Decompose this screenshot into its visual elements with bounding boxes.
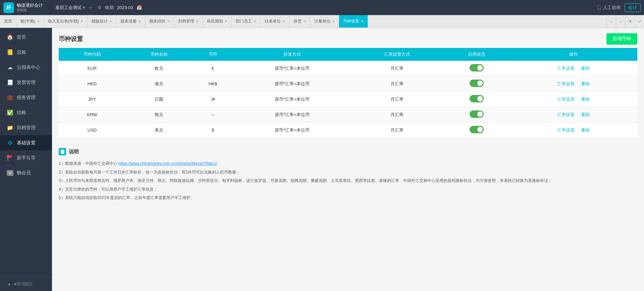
tab-moban[interactable]: 模版设计 ✕ [88, 15, 116, 28]
kuaiji-button[interactable]: 会计 [625, 3, 641, 12]
tab-expand-button[interactable]: ⤢ [635, 15, 644, 28]
cell-rate-type-4: 月汇率 [351, 123, 443, 138]
tab-jiliang-close[interactable]: ✕ [332, 19, 335, 23]
note-1-prefix: 1）数据来源：中国外汇交易中心 [59, 161, 118, 166]
tab-kemu[interactable]: 科目期初 ✕ [203, 15, 232, 28]
tab-cunhuo-close[interactable]: ✕ [303, 19, 306, 23]
chevron-down-icon[interactable]: ▾ [83, 5, 85, 10]
tab-wanglai-close[interactable]: ✕ [282, 19, 285, 23]
cell-code-0: EUR [59, 61, 125, 76]
col-header-method: 折算方式 [233, 48, 351, 61]
cell-toggle-3[interactable] [443, 107, 510, 123]
sidebar-item-general-ledger[interactable]: 📒 总账 [0, 45, 52, 60]
notes-link[interactable]: https://www.chinamoney.com.cn/chinese/bk… [118, 161, 217, 166]
delete-link-0[interactable]: 删除 [581, 66, 590, 71]
delete-link-1[interactable]: 删除 [581, 81, 590, 86]
sidebar-label-invoice: 发票管理 [17, 80, 36, 86]
sidebar-item-checkout[interactable]: ✅ 结账 [0, 105, 52, 120]
cell-code-4: USD [59, 123, 125, 138]
tab-zhangzhongqi-close[interactable]: ✕ [37, 19, 40, 23]
cell-symbol-3: -- [192, 107, 233, 123]
cell-toggle-4[interactable] [443, 123, 510, 138]
tab-shouru[interactable]: 收入支出表(年报) ✕ [44, 15, 88, 28]
notes-icon: 📄 [59, 148, 66, 155]
note-1: 1）数据来源：中国外汇交易中心 https://www.chinamoney.c… [59, 159, 637, 168]
rate-setting-link-1[interactable]: 汇率设置 [557, 81, 575, 86]
tab-bizhong[interactable]: 币种设置 ✕ [339, 15, 368, 28]
tab-close-all-button[interactable]: ✕ [625, 15, 635, 28]
sidebar-label-tax: 税务管理 [17, 95, 36, 101]
enabled-toggle-2[interactable] [470, 95, 484, 102]
tab-shuibiao[interactable]: 税表清册 ✕ [116, 15, 145, 28]
enabled-toggle-4[interactable] [470, 126, 484, 133]
tab-bizhong-close[interactable]: ✕ [361, 19, 364, 23]
tab-bumen-close[interactable]: ✕ [254, 19, 256, 23]
cell-rate-type-1: 月汇率 [351, 76, 443, 92]
tab-guidang-close[interactable]: ✕ [196, 19, 199, 23]
rate-setting-link-2[interactable]: 汇率设置 [557, 97, 575, 102]
rate-setting-link-3[interactable]: 汇率设置 [557, 112, 575, 117]
calendar-icon[interactable]: 📅 [137, 5, 142, 10]
tab-cunhuo[interactable]: 存货 ✕ [289, 15, 310, 28]
note-3: 3）人民币对马来西亚林吉特、俄罗斯卢布、南非兰特、韩元、阿联酋迪拉姆、沙特里亚尔… [59, 177, 637, 185]
tab-zhangzhongqi[interactable]: 账(中期) ✕ [16, 15, 44, 28]
enabled-toggle-0[interactable] [470, 64, 484, 71]
archive-icon: 📁 [7, 125, 13, 131]
tab-cunhuo-label: 存货 [293, 18, 302, 24]
cell-toggle-0[interactable] [443, 61, 510, 76]
rate-setting-link-4[interactable]: 汇率设置 [557, 128, 575, 133]
new-currency-button[interactable]: 新增币种 [606, 33, 637, 45]
cell-name-4: 美元 [125, 123, 192, 138]
tab-guidang-label: 归档管理 [178, 18, 194, 24]
tab-moban-close[interactable]: ✕ [109, 19, 112, 23]
enabled-toggle-3[interactable] [470, 110, 484, 118]
tab-shouru-close[interactable]: ✕ [80, 19, 83, 23]
tab-shuibiao-close[interactable]: ✕ [138, 19, 141, 23]
cell-code-2: JPY [59, 92, 125, 107]
delete-link-3[interactable]: 删除 [581, 112, 590, 117]
delete-link-2[interactable]: 删除 [581, 97, 590, 102]
note-4: 4）无官方牌价的币种，可以用用户手工维护汇率信息； [59, 185, 637, 194]
page-header: 币种设置 新增币种 [52, 28, 644, 48]
app-logo-icon: 好 [3, 2, 14, 13]
tab-guidang[interactable]: 归档管理 ✕ [174, 15, 203, 28]
add-icon[interactable]: ＋ [89, 5, 93, 11]
sidebar-item-member[interactable]: V 畅会员 [0, 165, 52, 180]
tab-wanglai[interactable]: 往来单位 ✕ [261, 15, 289, 28]
tab-next-button[interactable]: › [616, 15, 625, 28]
tab-bar: 首页 账(中期) ✕ 收入支出表(年报) ✕ 模版设计 ✕ 税表清册 ✕ 期末结… [0, 15, 644, 28]
sidebar-item-guide[interactable]: 🚩 新手引导 [0, 150, 52, 165]
settings-icon[interactable]: ⚙ [98, 5, 102, 10]
tab-qimo[interactable]: 期末结转 ✕ [145, 15, 174, 28]
ledger-icon: 📒 [7, 49, 13, 55]
sidebar-collapse-button[interactable]: ◄ ◄取消固定 [0, 277, 52, 291]
sidebar-item-tax[interactable]: 💼 税务管理 [0, 90, 52, 105]
sidebar-item-cloud-report[interactable]: ☁ 云报表中心 [0, 60, 52, 75]
tab-home[interactable]: 首页 [0, 15, 16, 28]
tab-home-label: 首页 [4, 18, 12, 24]
tab-kemu-close[interactable]: ✕ [225, 19, 227, 23]
org-selector[interactable]: 基层工会测试 ▾ [55, 5, 85, 11]
collapse-icon: ◄ [7, 282, 11, 287]
cell-method-1: 原币*汇率=本位币 [233, 76, 351, 92]
sidebar-label-member: 畅会员 [17, 170, 31, 176]
cell-symbol-0: € [192, 61, 233, 76]
col-header-status: 启用状态 [443, 48, 510, 61]
cell-toggle-2[interactable] [443, 92, 510, 107]
delete-link-4[interactable]: 删除 [581, 128, 590, 133]
sidebar-item-home[interactable]: 🏠 首页 [0, 30, 52, 45]
app-edition: 旗舰版 [17, 8, 43, 12]
enabled-toggle-1[interactable] [470, 80, 484, 87]
tab-prev-button[interactable]: ‹ [606, 15, 616, 28]
note-5: 5）系统只能自动抓取2021年度后的汇率，之前年度汇率需要用户手工维护。 [59, 194, 637, 202]
sidebar-item-invoice[interactable]: 🧾 发票管理 [0, 75, 52, 90]
sidebar-item-archive[interactable]: 📁 归档管理 [0, 120, 52, 135]
tab-jiliang[interactable]: 计量单位 ✕ [310, 15, 339, 28]
sidebar-item-basic-settings[interactable]: ⚙ 基础设置 [0, 135, 52, 150]
consult-button[interactable]: 🎧 人工咨询 [596, 5, 621, 11]
cell-actions-1: 汇率设置 删除 [510, 76, 638, 92]
tab-bumen[interactable]: 部门员工 ✕ [232, 15, 261, 28]
cell-toggle-1[interactable] [443, 76, 510, 92]
tab-qimo-close[interactable]: ✕ [167, 19, 170, 23]
rate-setting-link-0[interactable]: 汇率设置 [557, 66, 575, 71]
